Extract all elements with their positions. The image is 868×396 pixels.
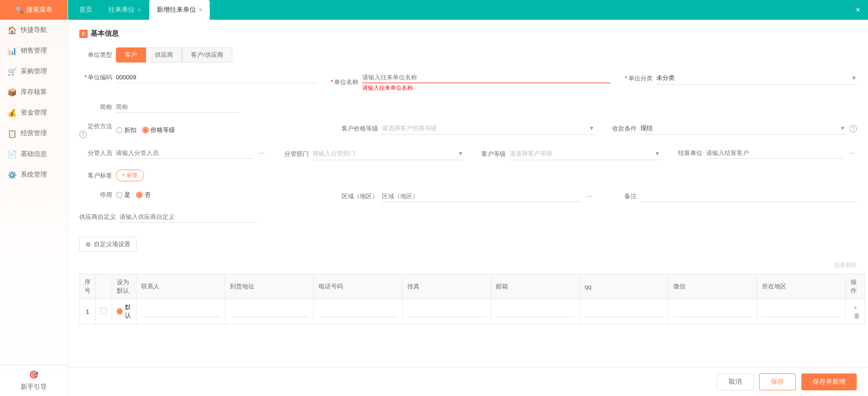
contact-input[interactable] [141,306,220,317]
row-add-icon[interactable]: ＋ [852,303,859,311]
unit-category-select[interactable]: 未分类 ▼ [656,72,857,85]
customer-price-level-field: 客户价格等级 请选择客户价格等级 ▼ [342,122,594,135]
contacts-table: 序号 设为默认 联系人 到货地址 电话号码 传真 邮箱 qq 微信 所在地区 操… [79,274,865,324]
cancel-button[interactable]: 取消 [717,373,754,390]
cell-seq: 1 [80,299,96,324]
short-name-label: 简称 [79,103,112,111]
phone-input[interactable] [319,306,397,317]
pricing-help-icon[interactable]: ? [79,131,87,138]
cell-fax[interactable] [403,299,491,324]
save-and-new-button[interactable]: 保存并新增 [801,373,857,390]
unit-category-label: *单位分类 [620,74,653,83]
region-input[interactable] [382,191,581,202]
category-dropdown-arrow: ▼ [851,75,857,81]
sidebar-label-guide: 新手引导 [21,383,47,391]
disabled-field: 停用 是 否 [79,191,332,199]
qq-input[interactable] [585,306,663,317]
manager-more-icon[interactable]: ··· [257,149,266,157]
email-input[interactable] [496,306,575,317]
type-btn-customer[interactable]: 客户 [116,47,146,62]
unit-name-label: *单位名称 [326,78,358,86]
section-basic-info: F 基本信息 [79,29,857,38]
cart-icon: 🛒 [8,67,17,76]
settlement-more-icon[interactable]: ··· [847,149,857,157]
remarks-field: 备注 [604,191,857,202]
sidebar-item-finance[interactable]: 💰 资金管理 [0,102,68,123]
custom-settings-button[interactable]: ⚙ 自定义项设置 [79,237,137,252]
unit-code-input[interactable] [116,72,316,83]
fax-input[interactable] [407,306,486,317]
tab-new-partner-close[interactable]: × [199,7,202,13]
remarks-label: 备注 [604,192,637,201]
address-input[interactable] [230,306,309,317]
radio-price-level[interactable]: 价格等级 [142,126,175,134]
cell-region[interactable] [757,299,846,324]
sidebar-item-sales[interactable]: 📊 销售管理 [0,40,68,61]
customer-level-arrow: ▼ [655,150,660,157]
payment-terms-select[interactable]: 现结 ▼ [640,122,845,135]
payment-terms-arrow: ▼ [840,125,845,132]
sidebar-search-bar[interactable]: 🔍 搜索菜单 [0,0,68,20]
department-field: 分管部门 请输入分管部门 ▼ [276,148,463,160]
customer-price-level-label: 客户价格等级 [342,124,378,133]
remarks-input[interactable] [640,191,857,202]
default-radio[interactable]: 默认 [117,303,131,320]
customer-tag-row: 客户标签 + 标签 [79,170,857,181]
row-delete-icon[interactable]: 🗑 [853,312,860,319]
cell-wechat[interactable] [669,299,757,324]
unit-type-buttons: 客户 供应商 客户/供应商 [116,47,232,62]
cell-qq[interactable] [580,299,669,324]
region-more-icon[interactable]: ··· [585,192,594,201]
sidebar-item-basic-info[interactable]: 📄 基础信息 [0,144,68,164]
box-icon: 📦 [8,87,17,97]
unit-name-input[interactable] [362,72,610,83]
sidebar: 🔍 搜索菜单 🏠 快捷导航 📊 销售管理 🛒 采购管理 📦 库存核算 💰 资金管… [0,0,68,396]
add-tag-button[interactable]: + 标签 [116,170,144,181]
type-btn-supplier[interactable]: 供应商 [146,47,182,62]
sidebar-item-quick-nav[interactable]: 🏠 快捷导航 [0,20,68,40]
tab-partner-close[interactable]: × [137,7,141,13]
supplier-custom-field: 供应商自定义 [79,211,258,223]
sidebar-item-inventory[interactable]: 📦 库存核算 [0,82,68,102]
row-checkbox[interactable] [100,308,107,314]
batch-delete-button[interactable]: 批量删除 [834,261,857,269]
cell-address[interactable] [225,299,314,324]
th-address: 到货地址 [225,274,314,299]
disabled-region-row: 停用 是 否 区域（地区） ··· [79,191,857,202]
radio-yes[interactable]: 是 [116,191,130,199]
settlement-unit-input[interactable] [706,148,843,159]
supplier-custom-input[interactable] [120,211,258,223]
customer-price-level-select[interactable]: 请选择客户价格等级 ▼ [382,122,594,135]
settings-gear-icon: ⚙ [85,241,91,248]
cell-check[interactable] [96,299,112,324]
manager-input[interactable] [116,148,253,159]
cell-contact[interactable] [137,299,225,324]
tab-partner[interactable]: 往来单位 × [101,0,148,20]
search-icon: 🔍 [15,6,23,14]
window-close-button[interactable]: × [852,5,864,15]
table-row: 1 默认 [80,299,865,324]
short-name-input[interactable] [116,101,239,113]
settlement-unit-field: 结算单位 ··· [670,148,857,159]
cell-email[interactable] [491,299,580,324]
sidebar-item-system[interactable]: ⚙️ 系统管理 [0,164,68,185]
sidebar-item-purchase[interactable]: 🛒 采购管理 [0,61,68,82]
save-button[interactable]: 保存 [759,373,796,390]
section-icon: F [79,30,88,38]
default-radio-circle [117,308,122,315]
radio-discount[interactable]: 折扣 [116,126,137,134]
wechat-input[interactable] [673,306,752,317]
sidebar-label-finance: 资金管理 [21,109,47,117]
cell-phone[interactable] [314,299,403,324]
sidebar-item-guide[interactable]: 🎯 新手引导 [0,365,68,396]
tab-new-partner[interactable]: 新增往来单位 × [149,0,210,20]
tab-home[interactable]: 首页 [72,0,100,20]
sidebar-item-operations[interactable]: 📋 经营管理 [0,123,68,144]
type-btn-both[interactable]: 客户/供应商 [182,47,232,62]
radio-no[interactable]: 否 [136,191,151,199]
department-select[interactable]: 请输入分管部门 ▼ [312,148,463,160]
payment-help-icon[interactable]: ? [849,125,857,132]
cell-actions: ＋ 🗑 [846,299,865,324]
region-table-input[interactable] [762,306,841,317]
customer-level-select[interactable]: 请选择客户等级 ▼ [510,148,660,160]
